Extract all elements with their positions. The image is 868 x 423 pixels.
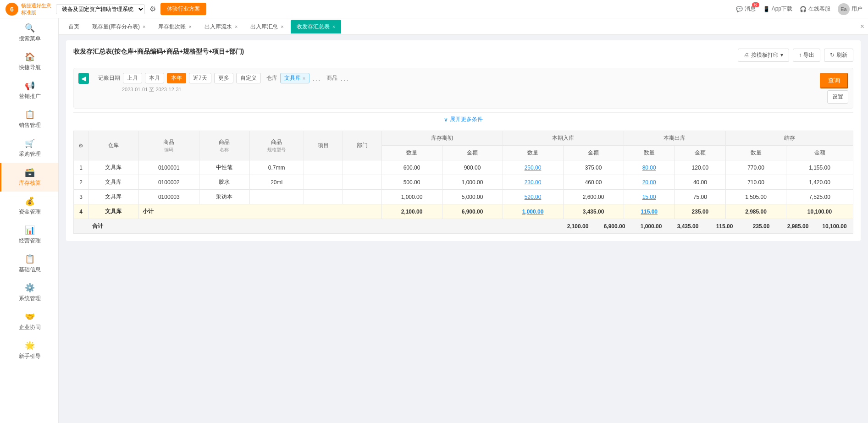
user-btn[interactable]: Ea 用户 <box>838 3 862 15</box>
warehouse-more-icon[interactable]: ... <box>312 74 321 82</box>
total-out-qty: 115.00 <box>706 223 743 230</box>
row-in-amt: 375.00 <box>563 160 624 175</box>
tab-in-out-flow[interactable]: 出入库流水 × <box>199 20 243 33</box>
col-balance: 结存 <box>726 131 853 146</box>
row-balance-qty: 710.00 <box>726 175 786 190</box>
tab-in-out-summary[interactable]: 出入库汇总 × <box>244 20 289 33</box>
subtotal-row: 4 文具库 小计 2,100.00 6,900.00 1,000.00 3,43… <box>74 204 853 219</box>
query-btn[interactable]: 查询 <box>820 73 848 88</box>
online-service-btn[interactable]: 🎧 在线客服 <box>800 5 830 13</box>
row-opening-qty: 600.00 <box>381 160 442 175</box>
sidebar-item-guide[interactable]: 🌟 新手引导 <box>0 336 58 365</box>
row-in-qty[interactable]: 250.00 <box>503 160 563 175</box>
top-bar-left: 6 畅捷通好生意标准版 装备及固定资产辅助管理系统 ⚙ 体验行业方案 <box>6 2 206 16</box>
export-icon: ↑ <box>799 52 802 58</box>
row-balance-amt: 1,155.00 <box>786 160 853 175</box>
row-opening-amt: 900.00 <box>442 160 503 175</box>
sidebar-label: 资金管理 <box>19 208 41 216</box>
sidebar-label: 企业协同 <box>19 324 41 331</box>
goods-filter-label: 商品 <box>326 74 337 82</box>
row-goods-name: 采访本 <box>199 190 249 204</box>
headset-icon: 🎧 <box>800 6 807 12</box>
sidebar-item-marketing[interactable]: 📢 营销推广 <box>0 76 58 105</box>
subtotal-label: 小计 <box>138 204 381 219</box>
row-in-qty[interactable]: 230.00 <box>503 175 563 190</box>
refresh-btn[interactable]: ↻ 刷新 <box>824 49 853 62</box>
row-out-qty[interactable]: 15.00 <box>624 190 674 204</box>
row-out-qty[interactable]: 20.00 <box>624 175 674 190</box>
date-btn-this-year[interactable]: 本年 <box>167 73 186 83</box>
message-btn[interactable]: 💬 消息 6 <box>736 5 756 13</box>
subtotal-in-qty[interactable]: 1,000.00 <box>503 204 563 219</box>
sidebar-item-finance[interactable]: 💰 资金管理 <box>0 192 58 220</box>
sidebar-item-basicinfo[interactable]: 📋 基础信息 <box>0 249 58 278</box>
subtotal-warehouse: 文具库 <box>88 204 139 219</box>
tab-stock-dist[interactable]: 现存量(库存分布表) × <box>86 20 151 33</box>
row-project <box>304 160 343 175</box>
top-bar-right: 💬 消息 6 📱 App下载 🎧 在线客服 Ea 用户 <box>736 3 862 15</box>
sidebar-item-business[interactable]: 📊 经营管理 <box>0 220 58 249</box>
row-department <box>343 175 381 190</box>
total-in-qty: 1,000.00 <box>633 223 669 230</box>
tab-bar-close-icon[interactable]: × <box>860 22 864 31</box>
basicinfo-icon: 📋 <box>25 254 35 264</box>
print-btn[interactable]: 🖨 按模板打印 ▾ <box>738 49 789 62</box>
system-icon: ⚙️ <box>25 283 35 293</box>
tab-close-icon[interactable]: × <box>332 24 335 29</box>
expand-bar[interactable]: ∨ 展开更多条件 <box>73 112 853 126</box>
row-warehouse: 文具库 <box>88 160 139 175</box>
row-project <box>304 175 343 190</box>
date-btn-this-month[interactable]: 本月 <box>145 73 164 83</box>
row-out-qty[interactable]: 80.00 <box>624 160 674 175</box>
settings-icon[interactable]: ⚙ <box>149 5 156 13</box>
tab-label: 出入库流水 <box>205 23 232 31</box>
date-btn-custom[interactable]: 自定义 <box>236 73 261 83</box>
col-in-amt: 金额 <box>563 146 624 160</box>
date-btn-last-month[interactable]: 上月 <box>123 73 142 83</box>
sidebar-item-quicknav[interactable]: 🏠 快捷导航 <box>0 47 58 76</box>
sidebar-item-purchase[interactable]: 🛒 采购管理 <box>0 134 58 163</box>
row-in-qty[interactable]: 520.00 <box>503 190 563 204</box>
table-settings-btn[interactable]: 设置 <box>827 90 848 104</box>
row-goods-code: 0100003 <box>138 190 199 204</box>
warehouse-tag-close[interactable]: × <box>303 76 305 81</box>
sidebar-item-enterprise[interactable]: 🤝 企业协同 <box>0 307 58 336</box>
total-balance-amt: 10,100.00 <box>816 223 853 230</box>
tab-close-icon[interactable]: × <box>188 24 191 29</box>
col-opening-qty: 数量 <box>381 146 442 160</box>
enterprise-icon: 🤝 <box>25 312 35 322</box>
export-btn[interactable]: ↑ 导出 <box>793 49 820 62</box>
row-balance-qty: 770.00 <box>726 160 786 175</box>
sidebar-item-sales[interactable]: 📋 销售管理 <box>0 105 58 134</box>
tab-receipt-summary[interactable]: 收发存汇总表 × <box>291 20 341 33</box>
tab-bar: 首页 现存量(库存分布表) × 库存批次账 × 出入库流水 × 出入库汇总 × … <box>59 18 868 35</box>
date-btn-more[interactable]: 更多 <box>214 73 233 83</box>
main-content: 首页 现存量(库存分布表) × 库存批次账 × 出入库流水 × 出入库汇总 × … <box>59 18 868 423</box>
row-opening-qty: 500.00 <box>381 175 442 190</box>
sidebar-label: 销售管理 <box>19 121 41 129</box>
sidebar-label: 库存核算 <box>19 179 41 187</box>
app-download-btn[interactable]: 📱 App下载 <box>763 5 792 13</box>
col-goods-spec: 商品规格型号 <box>249 131 304 160</box>
table-row: 1 文具库 0100001 中性笔 0.7mm 600.00 900.00 25… <box>74 160 853 175</box>
table-settings-col[interactable]: ⚙ <box>74 131 88 160</box>
date-btn-7days[interactable]: 近7天 <box>189 73 211 83</box>
sidebar-item-system[interactable]: ⚙️ 系统管理 <box>0 278 58 307</box>
tab-batch-account[interactable]: 库存批次账 × <box>152 20 197 33</box>
sidebar-item-inventory[interactable]: 🗃️ 库存核算 <box>0 163 58 192</box>
tab-close-icon[interactable]: × <box>143 24 145 29</box>
logo-area: 6 畅捷通好生意标准版 <box>6 2 51 16</box>
system-selector[interactable]: 装备及固定资产辅助管理系统 <box>56 4 145 14</box>
subtotal-out-qty[interactable]: 115.00 <box>624 204 674 219</box>
collapse-arrow-btn[interactable]: ◀ <box>78 73 89 84</box>
tab-close-icon[interactable]: × <box>235 24 238 29</box>
sidebar-item-search[interactable]: 🔍 搜索菜单 <box>0 18 58 47</box>
tab-close-icon[interactable]: × <box>281 24 283 29</box>
goods-more-icon[interactable]: ... <box>340 74 349 82</box>
trial-btn[interactable]: 体验行业方案 <box>160 3 206 15</box>
warehouse-tag-text: 文具库 <box>284 74 301 82</box>
subtotal-opening-qty: 2,100.00 <box>381 204 442 219</box>
row-warehouse: 文具库 <box>88 175 139 190</box>
tab-home[interactable]: 首页 <box>62 20 85 33</box>
sidebar-label: 搜索菜单 <box>19 35 41 43</box>
